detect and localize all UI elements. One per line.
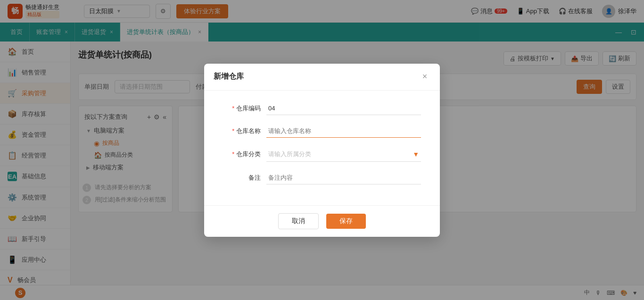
dialog-footer: 取消 保存 [204,205,440,237]
form-row-category: 仓库分类 请输入所属分类 ▼ [223,147,421,162]
category-dropdown-arrow: ▼ [413,150,419,158]
note-input[interactable] [266,171,421,184]
dialog-add-warehouse: 新增仓库 × 仓库编码 仓库名称 仓库分类 请输入所属分类 ▼ [204,64,440,237]
dialog-close-button[interactable]: × [419,71,430,83]
form-row-name: 仓库名称 [223,125,421,138]
form-row-code: 仓库编码 [223,102,421,115]
code-label: 仓库编码 [223,104,261,113]
category-select[interactable]: 请输入所属分类 ▼ [266,147,421,162]
cancel-button[interactable]: 取消 [278,213,319,229]
name-label: 仓库名称 [223,127,261,135]
dialog-title: 新增仓库 [214,72,244,82]
form-row-note: 备注 [223,171,421,184]
save-button[interactable]: 保存 [326,214,366,229]
modal-overlay[interactable]: 新增仓库 × 仓库编码 仓库名称 仓库分类 请输入所属分类 ▼ [0,0,644,300]
dialog-header: 新增仓库 × [204,64,440,91]
dialog-body: 仓库编码 仓库名称 仓库分类 请输入所属分类 ▼ 备注 [204,91,440,205]
category-label: 仓库分类 [223,150,261,158]
name-input[interactable] [266,125,421,138]
note-label: 备注 [223,174,261,182]
category-placeholder: 请输入所属分类 [268,150,311,158]
code-input[interactable] [266,102,421,115]
